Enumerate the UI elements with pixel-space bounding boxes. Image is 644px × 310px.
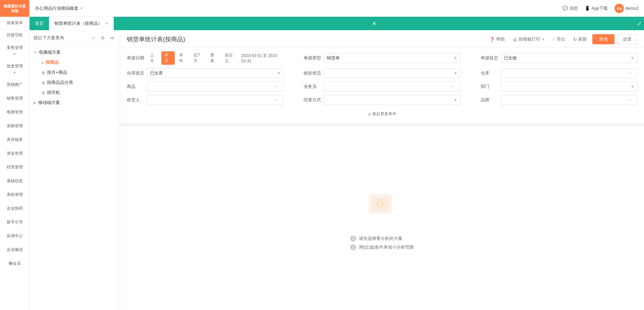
message-button[interactable]: 💬 消息	[562, 5, 578, 11]
doc-type-select[interactable]: 销货单 ▼	[324, 53, 460, 63]
sidebar-menu: 零售管理 ▲ 批发管理 ▲ 营销推广 销售管理 电商管理 采购管理 库存核算 资…	[0, 41, 29, 310]
collapse-panel-button[interactable]: ≪	[108, 34, 116, 42]
warehouse-select[interactable]: ···	[501, 68, 637, 78]
out-status-select[interactable]: 已出库 ▼	[147, 68, 283, 78]
brand-select[interactable]: ···	[501, 95, 637, 105]
page-header: 销货单统计表(按商品) ❓ 帮助 🖨 按模板打印 ▼ ↑ 导出	[120, 30, 644, 47]
empty-step-1: 1 请先选择要分析的方案	[350, 236, 414, 242]
filter-col-receive-status: 收款状态 ▼	[304, 68, 460, 78]
sidebar-quicknav[interactable]: 快捷导航	[0, 30, 29, 41]
chevron-down-icon: ▼	[454, 56, 458, 60]
tab-sales-stat[interactable]: 销货单统计表（按商品） ✕	[49, 17, 114, 30]
svg-rect-5	[375, 210, 385, 211]
sidebar-item-label: 库存核算	[7, 137, 23, 143]
sidebar-item-retail[interactable]: 零售管理 ▲	[0, 41, 29, 59]
collapse-filters-button[interactable]: ∧ 收起更多条件	[127, 108, 637, 119]
date-btn-more[interactable]: 更多	[207, 51, 220, 65]
receive-status-select[interactable]: ▼	[324, 68, 460, 78]
close-tab-icon[interactable]: ✕	[105, 21, 108, 26]
tree-item-by-product[interactable]: ● 按商品	[30, 57, 120, 67]
tab-home[interactable]: 首页	[30, 17, 49, 30]
filter-col-department: 部门 ▼	[481, 82, 637, 92]
salesperson-select[interactable]: ···	[324, 82, 460, 92]
dots-icon[interactable]: ···	[271, 84, 280, 90]
tree-item-label: 按商品	[46, 59, 59, 65]
page-actions: ❓ 帮助 🖨 按模板打印 ▼ ↑ 导出 ↻ 刷新	[487, 34, 637, 44]
sidebar-item-newbie[interactable]: 新手引导	[0, 215, 29, 229]
left-panel-title: 按以下方案查询	[34, 35, 88, 41]
receiver-select[interactable]: ···	[147, 95, 283, 105]
payment-select[interactable]: ▼	[324, 95, 460, 105]
sidebar-item-wholesale[interactable]: 批发管理 ▲	[0, 59, 29, 78]
sidebar-item-sales[interactable]: 销售管理	[0, 92, 29, 105]
sidebar-item-system[interactable]: 系统管理	[0, 188, 29, 202]
sidebar-item-label: 营销推广	[7, 82, 23, 88]
dots-icon[interactable]: ···	[625, 97, 634, 103]
sidebar-item-ecommerce[interactable]: 电商管理	[0, 105, 29, 119]
product-select[interactable]: ···	[147, 82, 283, 92]
refresh-button[interactable]: ↻ 刷新	[571, 35, 590, 44]
date-btn-last-month[interactable]: 上月	[147, 51, 160, 65]
export-button[interactable]: ↑ 导出	[550, 35, 568, 44]
settings-icon: ⚙	[101, 35, 105, 41]
close-window-icon[interactable]: ✕	[372, 20, 376, 27]
topbar-right: 💬 消息 📱 App下载 Ea demo2	[562, 4, 639, 13]
dots-icon[interactable]: ···	[447, 84, 457, 90]
help-button[interactable]: ❓ 帮助	[487, 35, 507, 44]
date-btn-this-month[interactable]: 本月	[161, 51, 174, 65]
dropdown-arrow-icon: ▼	[80, 6, 83, 10]
sidebar-item-operations[interactable]: 经营管理	[0, 160, 29, 174]
sidebar-item-member[interactable]: 畅会员	[0, 257, 29, 270]
dots-icon[interactable]: ···	[625, 70, 634, 76]
sidebar-item-marketing[interactable]: 营销推广	[0, 78, 29, 92]
template-print-button[interactable]: 🖨 按模板打印 ▼	[510, 35, 548, 44]
sidebar-item-wechat[interactable]: 企业微信	[0, 243, 29, 257]
svg-point-4	[380, 204, 381, 206]
sidebar-item-appstore[interactable]: 应用中心	[0, 229, 29, 243]
logo-text: 畅捷通好生意 标版	[4, 4, 26, 13]
filter-row-4: 收货人 ··· 结算方式 ▼	[127, 95, 637, 105]
date-btn-this-year[interactable]: 本年	[176, 51, 189, 65]
step-label-2: 用[过滤]条件来缩小分析范围	[359, 244, 414, 250]
tree-item-by-month-product[interactable]: ▦ 按月+商品	[30, 67, 120, 78]
salesperson-label: 业务员	[304, 84, 324, 90]
step-num-2: 2	[350, 244, 356, 250]
date-btn-last-7-days[interactable]: 近7天	[191, 51, 206, 65]
sidebar-item-label: 企业微信	[7, 247, 23, 253]
message-icon: 💬	[562, 6, 568, 11]
out-status-value: 已出库	[150, 70, 163, 76]
doc-type-label: 单据类型	[304, 55, 324, 61]
department-select[interactable]: ▼	[501, 82, 637, 92]
sidebar-item-basic[interactable]: 基础信息	[0, 174, 29, 188]
sidebar-item-label: 电商管理	[7, 109, 23, 115]
dots-icon[interactable]: ···	[271, 97, 280, 103]
help-label: 帮助	[496, 36, 505, 42]
expand-icon: ▶	[34, 101, 36, 105]
sidebar-item-label: 畅会员	[9, 261, 21, 266]
date-btn-custom[interactable]: 自定义	[222, 51, 238, 65]
add-scheme-button[interactable]: ＋	[90, 34, 97, 42]
sidebar-item-enterprise[interactable]: 企业协同	[0, 202, 29, 215]
filter-col-warehouse: 仓库 ···	[481, 68, 637, 78]
filter-row-2: 出库状态 已出库 ▼ 收款状态 ▼	[127, 68, 637, 78]
chevron-down-icon: ▼	[277, 71, 280, 75]
tree-item-by-cashier[interactable]: ▦ 按司机	[30, 88, 120, 98]
expand-icon: ▲	[13, 52, 16, 55]
maximize-icon[interactable]: ⤢	[637, 20, 641, 27]
query-button[interactable]: 查询	[592, 34, 614, 44]
settings-scheme-button[interactable]: ⚙	[99, 34, 106, 42]
tree-mobile-section[interactable]: ▶ 移动端方案	[30, 98, 120, 108]
sidebar-item-purchase[interactable]: 采购管理	[0, 119, 29, 133]
settings-button[interactable]: 设置	[617, 34, 637, 44]
sidebar-item-finance[interactable]: 资金管理	[0, 147, 29, 160]
sidebar-item-inventory[interactable]: 库存核算	[0, 133, 29, 147]
app-download-button[interactable]: 📱 App下载	[585, 5, 608, 11]
tree-item-by-product-category[interactable]: ▦ 按商品品分类	[30, 78, 120, 88]
user-menu[interactable]: Ea demo2	[614, 4, 639, 13]
tree-pc-section[interactable]: ▼ 电脑端方案	[30, 47, 120, 57]
doc-status-select[interactable]: 已生效 ▼	[501, 53, 637, 63]
sidebar-search[interactable]: 搜索菜单	[0, 17, 29, 30]
sidebar-item-label: 经营管理	[7, 164, 23, 170]
payment-label: 结算方式	[304, 97, 324, 103]
topbar-account-dropdown[interactable]: 办公用品行业模拟账套 ▼	[35, 5, 83, 11]
